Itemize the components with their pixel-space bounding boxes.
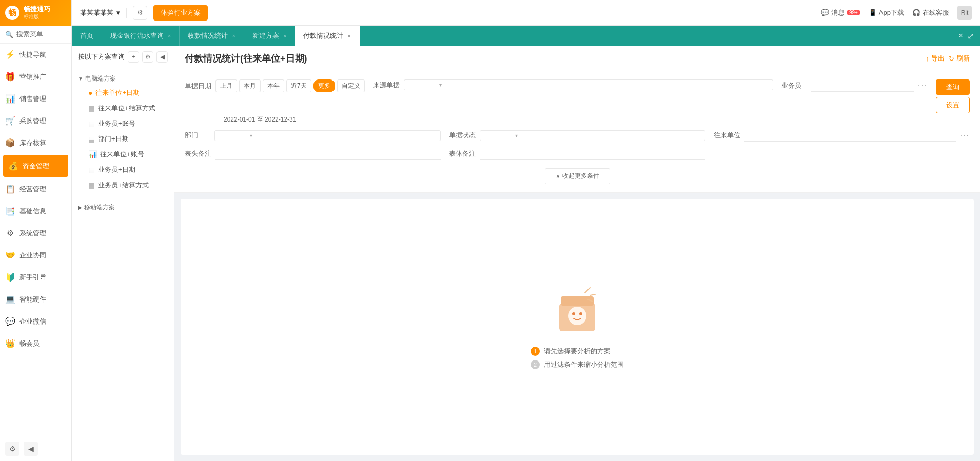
staff-dots[interactable]: ··· (918, 81, 928, 90)
collapse-conditions-btn[interactable]: ∧ 收起更多条件 (545, 168, 610, 184)
page-actions: ↑ 导出 ↻ 刷新 (926, 54, 970, 63)
source-bill-arrow: ▾ (439, 82, 442, 88)
nav-label-quick: 快捷导航 (19, 50, 46, 59)
nav-label-inventory: 库存核算 (19, 138, 46, 148)
tabbar-expand-icon[interactable]: ⤢ (967, 31, 974, 41)
nav-item-wechat[interactable]: 💬企业微信 (0, 310, 71, 332)
nav-item-hardware[interactable]: 💻智能硬件 (0, 288, 71, 310)
header-note-label: 表头备注 (185, 149, 211, 158)
partner-input[interactable] (744, 129, 956, 142)
nav-item-sales[interactable]: 📊销售管理 (0, 88, 71, 110)
company-selector[interactable]: 某某某某某 ▾ (80, 8, 120, 17)
action-btns-group: 查询 设置 (936, 79, 970, 113)
body-note-input[interactable] (480, 148, 705, 160)
date-btn-7days[interactable]: 近7天 (286, 79, 311, 92)
tab-home[interactable]: 首页 (72, 26, 102, 46)
scheme-item-partner-date[interactable]: ● 往来单位+日期 (78, 85, 168, 101)
nav-item-basic[interactable]: 📑基础信息 (0, 200, 71, 222)
app-download-btn[interactable]: 📱 App下载 (869, 8, 904, 17)
nav-item-guide[interactable]: 🔰新手引导 (0, 266, 71, 288)
nav-item-marketing[interactable]: 🎁营销推广 (0, 66, 71, 88)
try-industry-btn[interactable]: 体验行业方案 (153, 5, 208, 21)
date-btn-more[interactable]: 更多 (313, 79, 335, 92)
scheme-settings-btn[interactable]: ⚙ (142, 51, 153, 63)
scheme-item-partner-settlement[interactable]: ▤ 往来单位+结算方式 (78, 101, 168, 116)
export-btn[interactable]: ↑ 导出 (926, 54, 945, 63)
nav-item-system[interactable]: ⚙系统管理 (0, 222, 71, 244)
bill-status-label: 单据状态 (449, 131, 476, 140)
tab-receipt-stats-close[interactable]: × (232, 33, 235, 39)
nav-item-operation[interactable]: 📋经营管理 (0, 178, 71, 200)
bill-status-select[interactable]: ▾ (480, 130, 705, 141)
left-scheme-panel: 按以下方案查询 + ⚙ ◀ ▼ 电脑端方案 ● 往来单位+日期 ▤ (72, 46, 174, 461)
scheme-panel-header: 按以下方案查询 + ⚙ ◀ (72, 46, 174, 68)
sidebar-nav: ⚡快捷导航 🎁营销推广 📊销售管理 🛒采购管理 📦库存核算 💰资金管理 📋经营管… (0, 44, 71, 436)
sidebar-settings-btn[interactable]: ⚙ (5, 442, 19, 456)
nav-item-member[interactable]: 👑畅会员 (0, 332, 71, 354)
tab-payment-stats[interactable]: 付款情况统计 × (295, 26, 359, 46)
tab-bank-flow-close[interactable]: × (168, 33, 171, 39)
date-btn-custom[interactable]: 自定义 (337, 79, 365, 92)
refresh-btn[interactable]: ↻ 刷新 (949, 54, 970, 63)
scheme-item-staff-date[interactable]: ▤ 业务员+日期 (78, 162, 168, 177)
tip-num-2: 2 (531, 360, 540, 369)
partner-dots[interactable]: ··· (960, 131, 970, 140)
topbar-settings-btn[interactable]: ⚙ (133, 6, 147, 20)
scheme-label-staff-account: 业务员+账号 (98, 119, 135, 128)
tab-bank-flow[interactable]: 现金银行流水查询 × (102, 26, 180, 46)
tab-payment-stats-close[interactable]: × (347, 33, 350, 39)
message-btn[interactable]: 💬 消息 99+ (821, 8, 860, 17)
partner-group: 往来单位 ··· (714, 129, 970, 142)
nav-item-purchase[interactable]: 🛒采购管理 (0, 110, 71, 132)
nav-icon-system: ⚙ (5, 228, 15, 238)
query-btn[interactable]: 查询 (936, 79, 970, 95)
header-note-input[interactable] (215, 148, 441, 160)
nav-item-quick-nav[interactable]: ⚡快捷导航 (0, 44, 71, 66)
nav-icon-basic: 📑 (5, 206, 15, 216)
svg-point-4 (579, 312, 582, 315)
source-bill-select[interactable]: ▾ (404, 79, 773, 90)
user-avatar[interactable]: Rit (957, 6, 972, 20)
nav-label-system: 系统管理 (19, 229, 46, 238)
empty-tip-2: 2 用过滤条件来缩小分析范围 (531, 360, 624, 369)
service-btn[interactable]: 🎧 在线客服 (912, 8, 949, 17)
filter-settings-btn[interactable]: 设置 (936, 97, 970, 113)
scheme-icon-partner-date: ● (88, 89, 92, 97)
staff-input[interactable] (811, 79, 914, 92)
dept-select[interactable]: ▾ (214, 130, 441, 141)
scheme-item-staff-account[interactable]: ▤ 业务员+账号 (78, 116, 168, 131)
staff-label: 业务员 (781, 81, 807, 90)
scheme-panel-title: 按以下方案查询 (78, 52, 125, 62)
header-note-group: 表头备注 (185, 148, 441, 160)
nav-icon-operation: 📋 (5, 184, 15, 194)
search-icon: 🔍 (5, 31, 13, 38)
tab-new-scheme-close[interactable]: × (283, 33, 286, 39)
nav-item-finance[interactable]: 💰资金管理 (3, 155, 68, 177)
svg-line-5 (585, 288, 590, 293)
nav-item-enterprise[interactable]: 🤝企业协同 (0, 244, 71, 266)
scheme-item-partner-account[interactable]: 📊 往来单位+账号 (78, 147, 168, 162)
tab-receipt-stats[interactable]: 收款情况统计 × (180, 26, 244, 46)
scheme-collapse-btn[interactable]: ◀ (156, 51, 168, 63)
desktop-group-toggle[interactable]: ▼ 电脑端方案 (78, 72, 168, 85)
nav-label-operation: 经营管理 (19, 185, 46, 194)
date-btn-last-month[interactable]: 上月 (215, 79, 237, 92)
scheme-item-dept-date[interactable]: ▤ 部门+日期 (78, 131, 168, 147)
nav-icon-inventory: 📦 (5, 138, 15, 148)
right-panel: 付款情况统计(往来单位+日期) ↑ 导出 ↻ 刷新 (174, 46, 980, 461)
bill-status-arrow: ▾ (515, 133, 518, 138)
mobile-group-toggle[interactable]: ▶ 移动端方案 (78, 201, 168, 214)
nav-label-hardware: 智能硬件 (19, 295, 46, 304)
tab-new-scheme[interactable]: 新建方案 × (244, 26, 295, 46)
sidebar-collapse-btn[interactable]: ◀ (24, 442, 38, 456)
scheme-item-staff-settlement[interactable]: ▤ 业务员+结算方式 (78, 177, 168, 193)
add-scheme-btn[interactable]: + (128, 51, 139, 63)
nav-item-inventory[interactable]: 📦库存核算 (0, 132, 71, 154)
tabbar-close-all-icon[interactable]: × (958, 31, 963, 41)
mobile-group-arrow: ▶ (78, 205, 82, 210)
date-btn-this-month[interactable]: 本月 (239, 79, 261, 92)
nav-label-wechat: 企业微信 (19, 317, 46, 326)
date-btn-this-year[interactable]: 本年 (263, 79, 284, 92)
search-menu[interactable]: 🔍 搜索菜单 (0, 26, 71, 44)
mobile-group-label: 移动端方案 (84, 203, 115, 212)
